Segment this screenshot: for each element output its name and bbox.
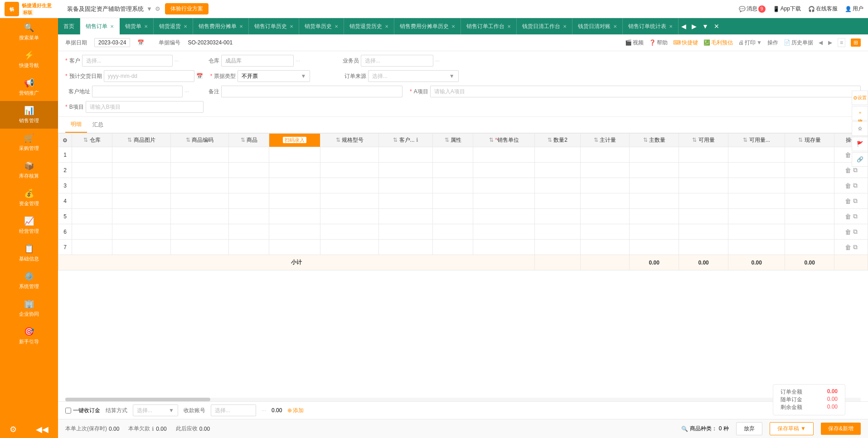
- row-warehouse[interactable]: [72, 163, 112, 178]
- row-unit[interactable]: [473, 193, 535, 209]
- help-btn[interactable]: ❓ 帮助: [649, 39, 668, 47]
- customer-more-icon[interactable]: ···: [175, 58, 179, 64]
- save-draft-button[interactable]: 保存草稿 ▼: [770, 422, 814, 435]
- row-delete-icon[interactable]: 🗑: [845, 182, 851, 189]
- row-spec[interactable]: [320, 147, 379, 163]
- tab-sales-return-close[interactable]: ✕: [144, 24, 148, 29]
- row-main-unit[interactable]: [580, 178, 630, 193]
- row-image[interactable]: [112, 209, 171, 224]
- row-scan[interactable]: [269, 147, 320, 163]
- shortcuts-btn[interactable]: ⌨ 快捷键: [673, 39, 698, 47]
- message-btn[interactable]: 💬 消息 9: [739, 5, 766, 13]
- row-attribute[interactable]: [433, 224, 473, 240]
- row-code[interactable]: [170, 193, 229, 209]
- settlement-select[interactable]: 选择... ▼: [133, 404, 178, 416]
- row-code[interactable]: [170, 178, 229, 193]
- staff-input[interactable]: 选择...: [361, 55, 433, 67]
- row-image[interactable]: [112, 147, 171, 163]
- row-available[interactable]: [679, 193, 728, 209]
- row-main-qty[interactable]: [630, 224, 679, 240]
- sidebar-item-inventory[interactable]: 📦 库存核算: [0, 156, 58, 184]
- sort-icon-code[interactable]: ⇅: [186, 137, 190, 143]
- add-goods-btn[interactable]: + 物流: [852, 106, 868, 120]
- save-draft-dropdown-icon[interactable]: ▼: [800, 425, 806, 432]
- row-image[interactable]: [112, 163, 171, 178]
- row-qty2[interactable]: [535, 240, 580, 255]
- tab-cash-daily[interactable]: 钱货日清工作台 ✕: [517, 18, 572, 34]
- row-customer-code[interactable]: [378, 224, 432, 240]
- row-attribute[interactable]: [433, 193, 473, 209]
- quick-btn-1[interactable]: ☆: [852, 121, 868, 136]
- row-delete-icon[interactable]: 🗑: [845, 197, 851, 205]
- row-customer-code[interactable]: [378, 240, 432, 255]
- row-attribute[interactable]: [433, 163, 473, 178]
- tab-close-all-btn[interactable]: ✕: [711, 23, 722, 30]
- row-main-qty[interactable]: [630, 147, 679, 163]
- sidebar-collapse-icon[interactable]: ◀◀: [36, 424, 48, 434]
- tab-cash-reconcile-close[interactable]: ✕: [613, 24, 617, 29]
- customer-input[interactable]: 选择...: [82, 55, 173, 67]
- tab-return-history-close[interactable]: ✕: [335, 24, 338, 29]
- row-available[interactable]: [679, 224, 728, 240]
- history-btn[interactable]: 📄 历史单据: [784, 39, 813, 47]
- sort-icon-unit[interactable]: ⇅: [489, 137, 494, 143]
- row-main-qty[interactable]: [630, 240, 679, 255]
- row-qty2[interactable]: [535, 193, 580, 209]
- row-delete-icon[interactable]: 🗑: [845, 167, 851, 174]
- row-main-qty[interactable]: [630, 178, 679, 193]
- row-attribute[interactable]: [433, 240, 473, 255]
- row-spec[interactable]: [320, 163, 379, 178]
- profit-btn[interactable]: 💹 毛利预估: [703, 39, 733, 47]
- row-stock[interactable]: [785, 193, 834, 209]
- tab-sales-order[interactable]: 销售订单 ✕: [80, 18, 120, 34]
- save-new-button[interactable]: 保存&新增: [821, 423, 861, 435]
- row-image[interactable]: [112, 193, 171, 209]
- a-project-input[interactable]: 请输入A项目: [430, 86, 861, 97]
- row-available[interactable]: [679, 209, 728, 224]
- row-main-unit[interactable]: [580, 209, 630, 224]
- row-unit[interactable]: [473, 240, 535, 255]
- row-attribute[interactable]: [433, 178, 473, 193]
- row-customer-code[interactable]: [378, 178, 432, 193]
- sidebar-item-system[interactable]: ⚙️ 系统管理: [0, 267, 58, 294]
- row-available2[interactable]: [728, 147, 785, 163]
- sort-icon-ccode[interactable]: ⇅: [393, 137, 398, 143]
- row-copy-icon[interactable]: ⧉: [853, 243, 858, 251]
- tab-refund[interactable]: 销货退货 ✕: [154, 18, 193, 34]
- remarks-input[interactable]: [221, 86, 402, 97]
- account-more-icon[interactable]: ···: [262, 407, 266, 414]
- tab-fee[interactable]: 销售费用分摊单 ✕: [193, 18, 249, 34]
- row-main-unit[interactable]: [580, 240, 630, 255]
- row-image[interactable]: [112, 224, 171, 240]
- tab-refund-close[interactable]: ✕: [184, 24, 187, 29]
- quick-settings-btn[interactable]: ⚙ 设置: [852, 91, 868, 105]
- row-name[interactable]: [229, 193, 269, 209]
- tab-next-btn[interactable]: ▶: [689, 23, 699, 30]
- staff-more-icon[interactable]: ···: [435, 58, 440, 64]
- quick-btn-3[interactable]: 🔗: [852, 152, 868, 167]
- sort-icon-stock[interactable]: ⇅: [798, 137, 803, 143]
- sidebar-item-newguide[interactable]: 🎯 新手引导: [0, 322, 58, 350]
- row-name[interactable]: [229, 178, 269, 193]
- row-available[interactable]: [679, 147, 728, 163]
- row-customer-code[interactable]: [378, 209, 432, 224]
- row-qty2[interactable]: [535, 178, 580, 193]
- row-qty2[interactable]: [535, 147, 580, 163]
- row-name[interactable]: [229, 224, 269, 240]
- add-amount-btn[interactable]: ⊕ 添加: [287, 407, 304, 414]
- col-settings[interactable]: ⚙: [58, 134, 72, 147]
- tab-menu-btn[interactable]: ▼: [699, 23, 711, 30]
- row-name[interactable]: [229, 163, 269, 178]
- row-main-unit[interactable]: [580, 193, 630, 209]
- tab-sales-stats-close[interactable]: ✕: [669, 24, 673, 29]
- tab-order-history[interactable]: 销售订单历史 ✕: [249, 18, 299, 34]
- sort-icon-munit[interactable]: ⇅: [594, 137, 598, 143]
- sort-icon-qty2[interactable]: ⇅: [548, 137, 552, 143]
- row-stock[interactable]: [785, 178, 834, 193]
- row-available2[interactable]: [728, 163, 785, 178]
- view-list-btn[interactable]: ≡: [838, 38, 845, 47]
- row-customer-code[interactable]: [378, 163, 432, 178]
- row-code[interactable]: [170, 147, 229, 163]
- row-copy-icon[interactable]: ⧉: [853, 182, 858, 189]
- row-available[interactable]: [679, 240, 728, 255]
